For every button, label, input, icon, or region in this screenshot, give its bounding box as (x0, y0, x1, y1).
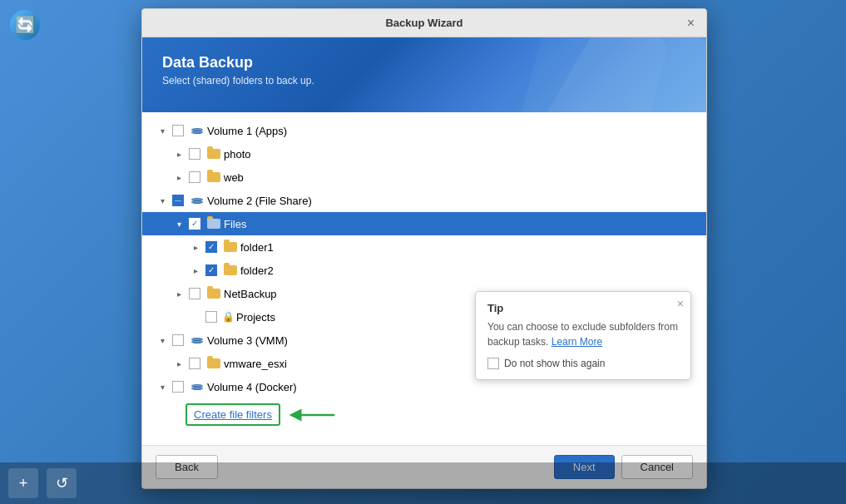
folder-icon-files (207, 219, 220, 229)
folder-icon-web (207, 172, 220, 182)
folder-icon-vmware (207, 358, 220, 368)
dialog-banner: Data Backup Select (shared) folders to b… (142, 37, 706, 112)
label-projects: Projects (236, 311, 275, 324)
checkbox-photo[interactable] (189, 148, 200, 160)
toggle-folder2[interactable]: ▸ (189, 264, 202, 277)
label-volume3: Volume 3 (VMM) (207, 334, 288, 347)
dialog-close-button[interactable]: × (684, 15, 698, 32)
create-file-filters-link[interactable]: Create file filters (186, 403, 280, 426)
tree-item-folder2[interactable]: ▸ folder2 (142, 259, 706, 282)
volume-icon-2 (190, 194, 204, 207)
arrow-annotation (289, 407, 339, 423)
volume-icon-4 (190, 380, 204, 393)
folder-icon-folder2 (224, 265, 237, 275)
toggle-volume1[interactable]: ▾ (156, 124, 169, 137)
tip-do-not-show-checkbox[interactable] (487, 358, 499, 369)
label-files: Files (224, 218, 246, 230)
banner-title: Data Backup (162, 54, 686, 72)
label-folder2: folder2 (240, 264, 274, 277)
create-filters-row: Create file filters (142, 398, 706, 431)
dialog-titlebar: Backup Wizard × (142, 9, 706, 37)
taskbar: + ↺ (0, 462, 846, 504)
toggle-volume2[interactable]: ▾ (156, 194, 169, 207)
taskbar-history-button[interactable]: ↺ (47, 468, 77, 498)
tip-close-button[interactable]: × (677, 297, 684, 310)
volume-icon-1 (190, 124, 204, 137)
backup-wizard-dialog: Backup Wizard × Data Backup Select (shar… (141, 8, 707, 489)
disk-6 (191, 340, 203, 343)
toggle-vmware[interactable]: ▸ (172, 357, 186, 370)
toggle-photo[interactable]: ▸ (172, 147, 186, 161)
checkbox-volume4[interactable] (172, 381, 184, 393)
folder-icon-folder1 (224, 242, 237, 252)
volume-icon-3 (190, 334, 204, 347)
tree-item-folder1[interactable]: ▸ folder1 (142, 235, 706, 259)
tip-do-not-show-row: Do not show this again (487, 358, 679, 369)
label-volume2: Volume 2 (File Share) (207, 195, 312, 207)
tip-do-not-show-label: Do not show this again (504, 358, 605, 369)
desktop: 🔄 Backup Wizard × Data Backup Select (sh… (0, 0, 846, 504)
app-icon-symbol: 🔄 (15, 15, 36, 35)
disk-2 (191, 131, 203, 134)
lock-icon-projects: 🔒 (222, 311, 235, 323)
tip-popup: × Tip You can choose to exclude subfolde… (475, 291, 691, 380)
checkbox-folder1[interactable] (205, 241, 217, 253)
dialog-title: Backup Wizard (385, 17, 463, 29)
disk-8 (191, 387, 203, 390)
checkbox-volume2[interactable] (172, 195, 184, 206)
tree-item-volume2[interactable]: ▾ Volume 2 (File Share) (142, 189, 706, 212)
tip-text: You can choose to exclude subfolders fro… (487, 319, 679, 349)
toggle-folder1[interactable]: ▸ (189, 240, 202, 254)
checkbox-volume3[interactable] (172, 334, 184, 346)
tree-item-files[interactable]: ▾ Files (142, 212, 706, 235)
checkbox-volume1[interactable] (172, 125, 184, 136)
toggle-volume4[interactable]: ▾ (156, 380, 169, 393)
folder-tree[interactable]: ▾ Volume 1 (Apps) ▸ photo (142, 112, 706, 445)
folder-icon-photo (207, 149, 220, 159)
checkbox-web[interactable] (189, 171, 200, 183)
label-vmware: vmware_esxi (224, 358, 287, 370)
tree-item-web[interactable]: ▸ web (142, 166, 706, 189)
toggle-web[interactable]: ▸ (172, 170, 186, 184)
label-volume1: Volume 1 (Apps) (207, 125, 287, 137)
label-web: web (224, 171, 244, 184)
checkbox-netbackup[interactable] (189, 288, 200, 299)
banner-subtitle: Select (shared) folders to back up. (162, 75, 686, 86)
checkbox-files[interactable] (189, 218, 200, 230)
dialog-body: ▾ Volume 1 (Apps) ▸ photo (142, 112, 706, 488)
tip-learn-more-link[interactable]: Learn More (552, 336, 602, 348)
toggle-volume3[interactable]: ▾ (156, 334, 169, 347)
label-folder1: folder1 (240, 241, 274, 254)
label-netbackup: NetBackup (224, 288, 277, 300)
tip-title: Tip (487, 302, 679, 314)
label-photo: photo (224, 148, 251, 161)
tree-item-volume1[interactable]: ▾ Volume 1 (Apps) (142, 119, 706, 142)
toggle-files[interactable]: ▾ (172, 217, 186, 230)
app-icon[interactable]: 🔄 (10, 10, 40, 40)
label-volume4: Volume 4 (Docker) (207, 381, 297, 393)
toggle-netbackup[interactable]: ▸ (172, 287, 186, 300)
checkbox-projects[interactable] (205, 311, 217, 323)
disk-4 (191, 200, 203, 204)
taskbar-add-button[interactable]: + (8, 468, 38, 498)
tree-item-photo[interactable]: ▸ photo (142, 142, 706, 166)
checkbox-folder2[interactable] (205, 264, 217, 276)
folder-icon-netbackup (207, 289, 220, 299)
checkbox-vmware[interactable] (189, 358, 200, 369)
